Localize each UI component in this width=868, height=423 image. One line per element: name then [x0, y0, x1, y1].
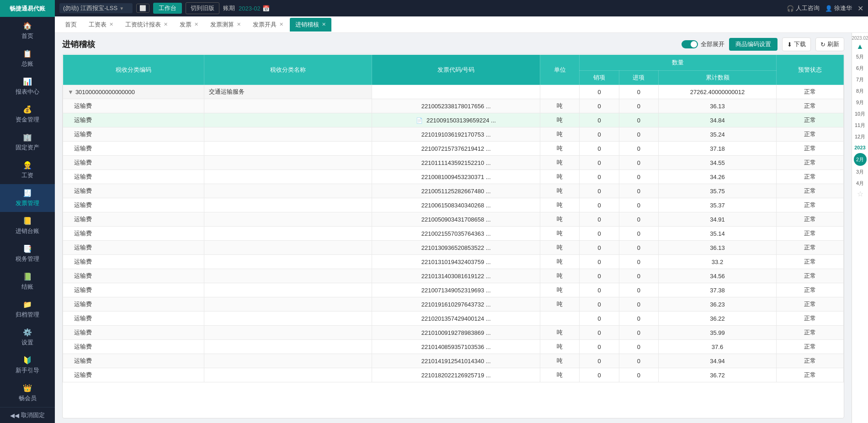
tab-invoice-issue[interactable]: 发票开具 ✕: [247, 18, 289, 32]
table-row[interactable]: ▼301000000000000000 交通运输服务 0 0 27262.400…: [63, 85, 844, 99]
download-button[interactable]: ⬇ 下载: [782, 37, 811, 51]
support-link[interactable]: 🎧 人工咨询: [787, 4, 820, 12]
row-item-name: 运输费: [63, 156, 204, 170]
table-row[interactable]: 运输费 📄 2210091503139659224 ... 吨 0 0 34.8…: [63, 113, 844, 127]
sidebar-item-ledger[interactable]: 📋 总账: [0, 45, 55, 73]
category-invoice: [372, 85, 540, 99]
table-row[interactable]: 运输费 2210071349052319693 ... 吨 0 0 37.38 …: [63, 283, 844, 297]
table-row[interactable]: 运输费 2210072157376219412 ... 吨 0 0 37.18 …: [63, 142, 844, 156]
tab-sales-check[interactable]: 进销稽核 ✕: [290, 18, 331, 32]
back-old-button[interactable]: 切到旧版: [186, 2, 219, 14]
sidebar-item-payroll[interactable]: 👷 工资: [0, 156, 55, 184]
tab-close-icon[interactable]: ✕: [279, 21, 283, 27]
tab-close-icon[interactable]: ✕: [322, 21, 326, 27]
topbar-close-button[interactable]: ✕: [857, 4, 863, 13]
col-purchase: 进项: [619, 71, 658, 85]
table-row[interactable]: 运输费 2210191036192170753 ... 吨 0 0 35.24 …: [63, 127, 844, 142]
table-row[interactable]: 运输费 2210182022126925719 ... 吨 0 0 36.72 …: [63, 368, 844, 382]
sidebar-item-close[interactable]: 📗 结账: [0, 268, 55, 296]
table-row[interactable]: 运输费 2210021557035764363 ... 吨 0 0 35.14 …: [63, 227, 844, 241]
table-row[interactable]: 运输费 2210201357429400124 ... 0 0 36.22 正常: [63, 312, 844, 326]
tab-close-icon[interactable]: ✕: [164, 21, 168, 27]
user-menu[interactable]: 👤 徐逢华: [825, 4, 852, 12]
sidebar-item-archive[interactable]: 📁 归档管理: [0, 296, 55, 323]
month-dec[interactable]: 12月: [853, 132, 868, 142]
row-invoice-code: 2210141912541014340 ...: [372, 354, 540, 368]
row-cumulative: 36.13: [659, 99, 777, 113]
row-tax-name: [204, 354, 372, 368]
row-status: 正常: [776, 340, 843, 354]
month-jun[interactable]: 6月: [853, 63, 868, 74]
favorite-icon[interactable]: ☆: [857, 190, 863, 198]
tab-payroll-stats[interactable]: 工资统计报表 ✕: [120, 18, 173, 32]
guide-icon: 🔰: [23, 356, 32, 365]
sidebar-item-member[interactable]: 👑 畅会员: [0, 379, 55, 407]
month-feb-active[interactable]: 2月: [854, 153, 867, 166]
sidebar-item-purchase-ledger[interactable]: 📒 进销台账: [0, 212, 55, 240]
sidebar-item-invoice[interactable]: 🧾 发票管理: [0, 184, 55, 212]
row-unit: 吨: [540, 198, 579, 212]
sidebar-item-reports[interactable]: 📊 报表中心: [0, 73, 55, 100]
commodity-code-settings-button[interactable]: 商品编码设置: [729, 38, 777, 51]
expand-toggle[interactable]: [682, 40, 698, 48]
tab-home[interactable]: 首页: [59, 18, 82, 32]
row-unit: 吨: [540, 127, 579, 142]
sidebar-item-funds[interactable]: 💰 资金管理: [0, 100, 55, 128]
table-row[interactable]: 运输费 2210131019432403759 ... 吨 0 0 33.2 正…: [63, 255, 844, 269]
ledger-icon: 📋: [23, 49, 32, 58]
row-unit: 吨: [540, 340, 579, 354]
table-row[interactable]: 运输费 2210141912541014340 ... 吨 0 0 34.94 …: [63, 354, 844, 368]
company-selector[interactable]: (勿动) 江西报宝-LSS ▼: [59, 3, 133, 13]
row-status: 正常: [776, 269, 843, 283]
table-row[interactable]: 运输费 2210131403081619122 ... 吨 0 0 34.56 …: [63, 269, 844, 283]
col-status: 预警状态: [776, 55, 843, 85]
table-row[interactable]: 运输费 2210081009453230371 ... 吨 0 0 34.26 …: [63, 170, 844, 184]
month-may[interactable]: 5月: [853, 52, 868, 62]
table-row[interactable]: 运输费 2210191610297643732 ... 吨 0 0 36.23 …: [63, 297, 844, 312]
month-nov[interactable]: 11月: [853, 120, 868, 131]
month-sep[interactable]: 9月: [853, 97, 868, 108]
table-row[interactable]: 运输费 2210061508340340268 ... 吨 0 0 35.37 …: [63, 198, 844, 212]
table-row[interactable]: 运输费 2210130936520853522 ... 吨 0 0 36.13 …: [63, 241, 844, 255]
row-tax-name: [204, 142, 372, 156]
sidebar-item-tax[interactable]: 📑 税务管理: [0, 240, 55, 268]
sidebar-item-assets[interactable]: 🏢 固定资产: [0, 128, 55, 156]
refresh-button[interactable]: ↻ 刷新: [815, 37, 844, 51]
tab-close-icon[interactable]: ✕: [194, 21, 198, 27]
month-jul[interactable]: 7月: [853, 74, 868, 85]
sidebar-item-home[interactable]: 🏠 首页: [0, 17, 55, 45]
row-cumulative: 35.37: [659, 198, 777, 212]
row-status: 正常: [776, 241, 843, 255]
row-status: 正常: [776, 312, 843, 326]
calendar-icon[interactable]: 📅: [262, 5, 270, 12]
month-oct[interactable]: 10月: [853, 109, 868, 119]
workspace-button[interactable]: 工作台: [153, 3, 182, 14]
sidebar-item-guide[interactable]: 🔰 新手引导: [0, 351, 55, 379]
tab-close-icon[interactable]: ✕: [237, 21, 241, 27]
tab-invoice[interactable]: 发票 ✕: [174, 18, 204, 32]
tab-payroll-table[interactable]: 工资表 ✕: [83, 18, 119, 32]
table-row[interactable]: 运输费 2210100919278983869 ... 吨 0 0 35.99 …: [63, 326, 844, 340]
row-sales: 0: [580, 227, 619, 241]
table-row[interactable]: 运输费 2210111143592152210 ... 吨 0 0 34.55 …: [63, 156, 844, 170]
month-aug[interactable]: 8月: [853, 86, 868, 96]
row-sales: 0: [580, 269, 619, 283]
sidebar-pin-button[interactable]: ◀◀ 取消固定: [0, 407, 55, 423]
row-purchase: 0: [619, 212, 658, 227]
scroll-up-icon[interactable]: ▲: [857, 42, 864, 51]
table-row[interactable]: 运输费 2210052338178017656 ... 吨 0 0 36.13 …: [63, 99, 844, 113]
sidebar-item-settings[interactable]: ⚙️ 设置: [0, 323, 55, 351]
table-row[interactable]: 运输费 2210140859357103536 ... 吨 0 0 37.6 正…: [63, 340, 844, 354]
row-invoice-code: 2210140859357103536 ...: [372, 340, 540, 354]
table-row[interactable]: 运输费 2210050903431708658 ... 吨 0 0 34.91 …: [63, 212, 844, 227]
month-mar[interactable]: 3月: [853, 167, 868, 177]
copy-button[interactable]: ⬜: [136, 4, 149, 13]
right-panel: 2023.02 ▲ 5月 6月 7月 8月 9月 10月 11月 12月 202…: [852, 33, 868, 423]
table-row[interactable]: 运输费 2210051125282667480 ... 吨 0 0 35.75 …: [63, 184, 844, 198]
row-purchase: 0: [619, 241, 658, 255]
tab-invoice-calc[interactable]: 发票测算 ✕: [205, 18, 246, 32]
col-cumulative: 累计数额: [659, 71, 777, 85]
data-table-wrap: 税收分类编码 税收分类名称 发票代码/号码 单位 数量 预警状态 销项 进项 累…: [62, 54, 844, 418]
tab-close-icon[interactable]: ✕: [109, 21, 113, 27]
month-apr[interactable]: 4月: [853, 178, 868, 189]
